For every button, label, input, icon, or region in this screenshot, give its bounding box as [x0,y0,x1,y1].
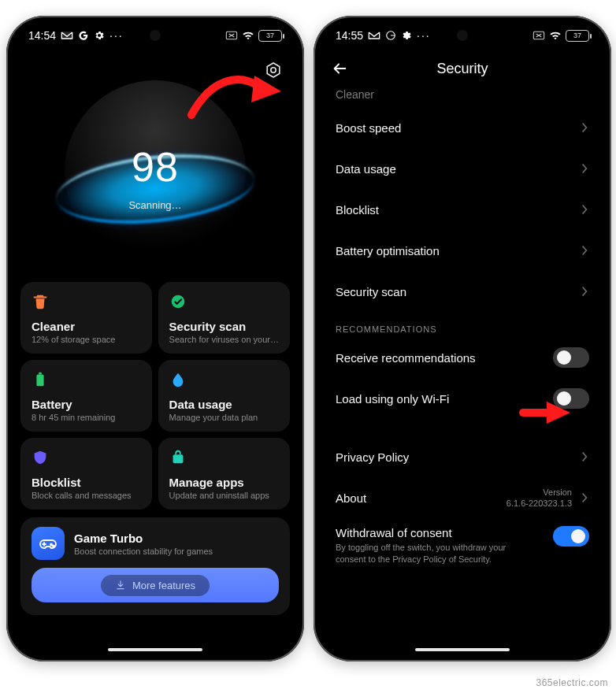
phone-security-settings: 14:55 ··· 37 Security Cleaner Boost spee… [314,16,611,662]
row-receive-recommendations[interactable]: Receive recommendations [332,337,592,378]
tile-title: Security scan [169,320,279,333]
no-sim-icon [225,30,238,41]
wifi-icon [242,30,254,41]
tile-title: Manage apps [169,476,279,489]
toggle-receive-recommendations[interactable] [553,347,589,368]
chevron-right-icon [580,203,589,216]
battery-icon [32,371,49,388]
consent-description: By toggling off the switch, you withdraw… [336,542,533,565]
gesture-bar[interactable] [108,648,202,651]
drop-icon [169,371,187,388]
tile-subtitle: Block calls and messages [32,491,141,500]
camera-notch [150,30,161,41]
google-icon [78,30,89,41]
tile-subtitle: 12% of storage space [32,335,141,344]
row-about[interactable]: About Version 6.1.6-220323.1.3 [332,477,592,518]
watermark: 365electric.com [536,677,608,688]
page-title: Security [331,61,594,77]
settings-button[interactable] [260,57,287,83]
camera-notch [457,30,468,41]
row-battery-optimisation[interactable]: Battery optimisation [332,230,592,271]
promo-banner[interactable]: More features [32,568,279,602]
security-score-widget[interactable]: 98 Scanning… [11,80,299,277]
security-score: 98 [132,143,179,191]
tile-subtitle: Search for viruses on your… [169,335,279,344]
battery-indicator: 37 [258,30,282,42]
phone-security-dashboard: 14:54 ··· 37 98 Scanning… [6,16,304,662]
row-blocklist[interactable]: Blocklist [332,189,592,230]
row-withdrawal-consent[interactable]: Withdrawal of consent By toggling off th… [332,518,592,570]
chevron-right-icon [580,121,589,134]
promo-title: Game Turbo [74,532,213,545]
clock-text: 14:55 [336,29,363,42]
scan-status: Scanning… [128,198,181,210]
promo-sub: Boost connection stability for games [74,547,213,556]
no-sim-icon [533,30,545,41]
tile-data-usage[interactable]: Data usageManage your data plan [158,360,290,432]
clipped-row-cleaner[interactable]: Cleaner [336,88,589,101]
tile-manage-apps[interactable]: Manage appsUpdate and uninstall apps [158,438,290,510]
svg-rect-3 [36,375,43,387]
row-privacy-policy[interactable]: Privacy Policy [332,436,592,477]
game-turbo-card[interactable]: Game Turbo Boost connection stability fo… [20,517,290,615]
titlebar: Security [318,50,607,87]
tile-title: Data usage [169,398,279,411]
section-recommendations: RECOMMENDATIONS [336,324,589,334]
gear-icon [401,30,412,41]
gmail-icon [61,31,73,40]
row-security-scan[interactable]: Security scan [332,271,592,312]
battery-indicator: 37 [566,30,589,42]
chevron-right-icon [580,450,589,463]
more-icon: ··· [109,29,124,42]
about-version-label: Version [543,487,572,497]
tile-title: Cleaner [32,320,141,333]
trash-icon [32,293,49,310]
gamepad-icon [32,527,65,560]
tile-blocklist[interactable]: BlocklistBlock calls and messages [20,438,152,510]
svg-rect-5 [173,454,183,463]
row-load-using-only-wi-fi[interactable]: Load using only Wi-Fi [332,378,592,419]
tile-subtitle: 8 hr 45 min remaining [32,413,141,422]
toggle-load-using-only-wi-fi[interactable] [553,388,589,409]
google-icon [385,30,396,41]
gear-icon [94,30,105,41]
more-icon: ··· [417,29,431,42]
chevron-right-icon [580,162,589,175]
svg-rect-4 [39,372,42,375]
apps-icon [169,449,187,466]
chevron-right-icon [580,285,589,298]
gmail-icon [368,31,380,40]
wifi-icon [549,30,562,41]
row-boost-speed[interactable]: Boost speed [332,107,592,148]
tile-battery[interactable]: Battery8 hr 45 min remaining [20,360,152,432]
shield-check-icon [169,293,187,310]
tile-subtitle: Manage your data plan [169,413,279,422]
about-version-value: 6.1.6-220323.1.3 [507,498,572,508]
more-features-pill[interactable]: More features [101,575,210,596]
shield-icon [32,449,49,466]
tile-subtitle: Update and uninstall apps [169,491,279,500]
row-data-usage[interactable]: Data usage [332,148,592,189]
toggle-withdrawal-consent[interactable] [553,526,589,547]
clock-text: 14:54 [28,29,56,42]
tile-title: Blocklist [32,476,141,489]
svg-point-1 [271,68,276,72]
chevron-right-icon [580,491,589,504]
chevron-right-icon [580,244,589,257]
tile-security-scan[interactable]: Security scanSearch for viruses on your… [158,282,290,354]
gesture-bar[interactable] [415,648,510,651]
tile-cleaner[interactable]: Cleaner12% of storage space [20,282,152,354]
feature-tiles: Cleaner12% of storage spaceSecurity scan… [11,282,299,510]
tile-title: Battery [32,398,141,411]
